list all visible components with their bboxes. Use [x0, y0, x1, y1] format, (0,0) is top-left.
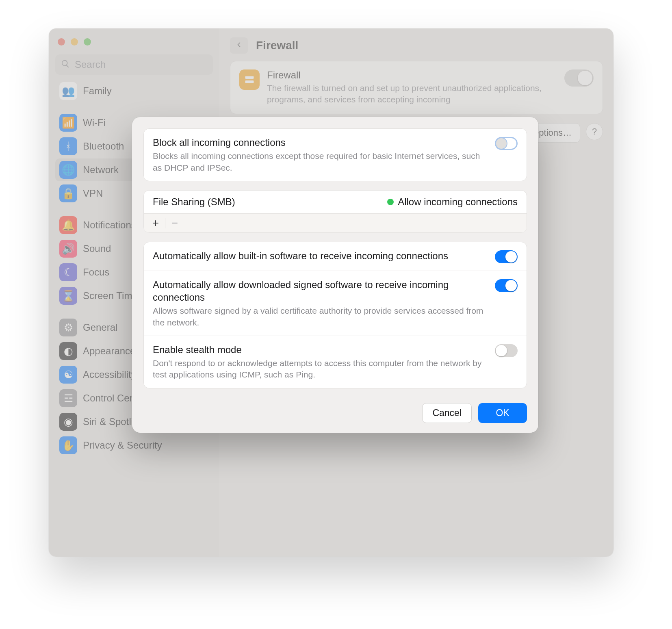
block-all-panel: Block all incoming connections Blocks al…: [143, 128, 527, 181]
block-all-toggle[interactable]: [495, 137, 518, 150]
app-status-label: Allow incoming connections: [398, 196, 518, 208]
remove-app-button[interactable]: −: [167, 216, 182, 230]
cancel-button[interactable]: Cancel: [422, 403, 472, 423]
allow-builtin-title: Automatically allow built-in software to…: [153, 249, 487, 262]
toolbar-separator: [165, 218, 165, 228]
ok-button[interactable]: OK: [478, 403, 527, 423]
stealth-desc: Don't respond to or acknowledge attempts…: [153, 358, 487, 381]
allow-signed-title: Automatically allow downloaded signed so…: [153, 278, 487, 304]
allow-signed-toggle[interactable]: [495, 279, 518, 292]
stealth-title: Enable stealth mode: [153, 343, 487, 356]
modal-footer: Cancel OK: [143, 397, 527, 423]
firewall-options-modal: Block all incoming connections Blocks al…: [132, 117, 538, 433]
stealth-toggle[interactable]: [495, 344, 518, 357]
app-status[interactable]: Allow incoming connections: [387, 196, 518, 208]
allow-signed-desc: Allows software signed by a valid certif…: [153, 305, 487, 328]
rules-panel: Automatically allow built-in software to…: [143, 242, 527, 388]
app-row[interactable]: File Sharing (SMB) Allow incoming connec…: [144, 191, 527, 213]
status-allowed-icon: [387, 199, 394, 205]
app-name: File Sharing (SMB): [153, 196, 235, 208]
apps-toolbar: + −: [144, 213, 527, 232]
apps-panel: File Sharing (SMB) Allow incoming connec…: [143, 190, 527, 233]
allow-builtin-toggle[interactable]: [495, 250, 518, 263]
block-all-desc: Blocks all incoming connections except t…: [153, 150, 487, 174]
block-all-title: Block all incoming connections: [153, 136, 487, 149]
add-app-button[interactable]: +: [148, 216, 163, 230]
